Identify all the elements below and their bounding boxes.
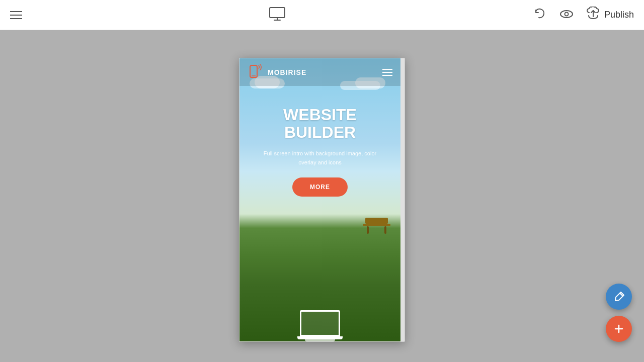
toolbar-right: Publish <box>533 7 634 24</box>
preview-icon[interactable] <box>559 7 574 24</box>
laptop-graphic <box>297 310 343 341</box>
phone-preview: WEBSITE BUILDER Full screen intro with b… <box>239 58 405 342</box>
svg-rect-0 <box>270 8 285 18</box>
site-content: WEBSITE BUILDER Full screen intro with b… <box>239 58 405 341</box>
undo-icon[interactable] <box>533 7 547 23</box>
toolbar-left <box>10 11 22 19</box>
hero-subtitle: Full screen intro with background image,… <box>239 149 400 167</box>
bench <box>363 219 390 234</box>
publish-button[interactable]: Publish <box>586 7 634 23</box>
hero-more-button[interactable]: MORE <box>292 177 348 197</box>
monitor-icon[interactable] <box>268 5 286 25</box>
scrollbar-thumb[interactable] <box>401 73 404 104</box>
edit-fab[interactable] <box>606 284 632 310</box>
svg-point-3 <box>560 11 573 18</box>
svg-point-4 <box>565 12 568 16</box>
mobirise-logo-icon <box>248 63 264 81</box>
hero-title: WEBSITE BUILDER <box>283 106 357 141</box>
fab-container <box>606 284 632 342</box>
toolbar: Publish <box>0 0 644 30</box>
publish-label: Publish <box>604 10 634 20</box>
site-nav: MOBIRISE <box>239 58 400 86</box>
hero-section: WEBSITE BUILDER Full screen intro with b… <box>239 58 400 341</box>
toolbar-center <box>268 5 286 25</box>
canvas-area: WEBSITE BUILDER Full screen intro with b… <box>0 30 644 362</box>
site-nav-menu[interactable] <box>382 69 392 76</box>
add-fab[interactable] <box>606 316 632 342</box>
upload-icon <box>586 7 600 23</box>
site-logo: MOBIRISE <box>248 63 306 81</box>
scrollbar-track[interactable] <box>400 58 405 341</box>
site-brand: MOBIRISE <box>268 68 306 76</box>
menu-button[interactable] <box>10 11 22 19</box>
